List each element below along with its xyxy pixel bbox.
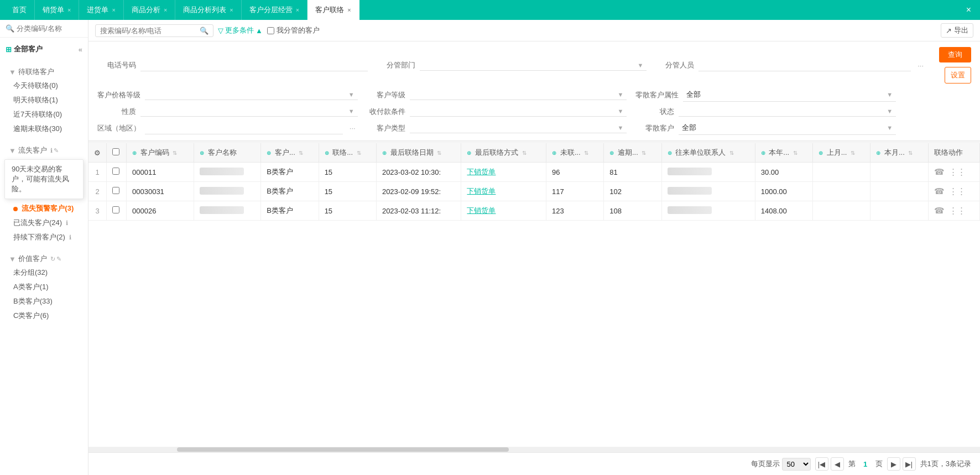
filter-zero-customer-select[interactable]: 全部 ▼ — [679, 121, 896, 135]
col-contact-sort-icon[interactable]: ⊕ — [325, 150, 329, 156]
table-check-all[interactable] — [112, 148, 119, 155]
page-next-btn[interactable]: ▶ — [887, 457, 900, 471]
lost-edit-icon[interactable]: ✎ — [54, 147, 59, 154]
filter-region-input[interactable] — [145, 122, 343, 134]
col-name-sort-icon[interactable]: ⊕ — [200, 150, 204, 156]
tab-sales[interactable]: 销货单 × — [35, 0, 79, 20]
value-edit-icon[interactable]: ✎ — [56, 255, 61, 263]
filter-status-select[interactable]: ▼ — [679, 106, 896, 117]
col-uc-sort-icon[interactable]: ⊕ — [552, 150, 556, 156]
row-1-menu-icon[interactable]: ⋮⋮ — [949, 167, 966, 177]
row-3-menu-icon[interactable]: ⋮⋮ — [949, 206, 966, 216]
horizontal-scrollbar[interactable] — [88, 447, 980, 452]
sidebar-item-already-lost[interactable]: 已流失客户(24) ℹ — [0, 216, 88, 230]
row-3-overdue: 108 — [604, 201, 661, 221]
col-lm-sort-icon[interactable]: ⊕ — [819, 150, 823, 156]
page-prev-btn[interactable]: ◀ — [831, 457, 844, 471]
sidebar-item-class-c[interactable]: C类客户(6) — [0, 309, 88, 323]
filter-dept-select[interactable]: ▼ — [420, 60, 647, 71]
tab-analysis[interactable]: 商品分析 × — [124, 0, 175, 20]
page-size-dropdown[interactable]: 50 100 200 — [782, 458, 811, 471]
col-cy-sort-icon[interactable]: ⊕ — [761, 150, 765, 156]
payment-chevron-icon: ▼ — [617, 108, 623, 114]
col-contact: ⊕ 联络... ⇅ — [319, 143, 376, 163]
filter-region-dots[interactable]: ··· — [347, 124, 358, 132]
sidebar-root-item[interactable]: ⊞ 全部客户 « — [0, 41, 88, 58]
row-2-menu-icon[interactable]: ⋮⋮ — [949, 186, 966, 196]
sidebar-group-pending-title[interactable]: ▼ 待联络客户 — [0, 64, 88, 79]
tab-close-analysis-list[interactable]: × — [230, 7, 233, 13]
col-ucon-sort-icon[interactable]: ⊕ — [668, 150, 672, 156]
sidebar-item-class-a[interactable]: A类客户(1) — [0, 280, 88, 294]
tab-close-customer-seg[interactable]: × — [296, 7, 299, 13]
export-icon: ↗ — [946, 27, 952, 35]
sidebar-item-week[interactable]: 近7天待联络(0) — [0, 107, 88, 122]
col-lcm-sort-icon[interactable]: ⊕ — [467, 150, 471, 156]
tab-purchase[interactable]: 进货单 × — [79, 0, 123, 20]
col-od-sort-icon[interactable]: ⊕ — [609, 150, 614, 156]
data-table-container: ⚙ ⊕ 客户编码 ⇅ ⊕ 客户名称 — [88, 143, 980, 447]
col-lcd-sort-icon[interactable]: ⊕ — [382, 150, 387, 156]
my-customers-check[interactable] — [267, 27, 274, 34]
tab-analysis-list[interactable]: 商品分析列表 × — [175, 0, 241, 20]
tab-close-sales[interactable]: × — [67, 7, 71, 13]
col-type-chevron: ⇅ — [299, 150, 303, 156]
row-2-overdue: 102 — [604, 182, 661, 201]
col-type: ⊕ 客户... ⇅ — [261, 143, 319, 163]
tab-close-analysis[interactable]: × — [164, 7, 167, 13]
tab-customer-contact[interactable]: 客户联络 × — [307, 0, 359, 20]
tab-home[interactable]: 首页 — [4, 0, 35, 20]
filter-status-field: 状态 ▼ — [635, 106, 896, 117]
row-3-phone-icon[interactable]: ☎ — [934, 206, 945, 216]
sidebar-collapse-icon[interactable]: « — [79, 45, 82, 54]
toolbar-search-button[interactable]: 🔍 — [200, 27, 208, 35]
sidebar-item-today[interactable]: 今天待联络(0) — [0, 79, 88, 93]
page-first-btn[interactable]: |◀ — [815, 457, 828, 471]
sidebar-search-input[interactable] — [17, 24, 82, 33]
window-close-button[interactable]: × — [962, 5, 976, 15]
filter-phone-input[interactable] — [140, 59, 368, 71]
row-3-num: 3 — [88, 201, 107, 221]
filter-person-input[interactable] — [698, 59, 911, 71]
filter-person-dots[interactable]: ··· — [915, 61, 926, 70]
query-button[interactable]: 查询 — [939, 47, 971, 62]
col-code-sort-icon[interactable]: ⊕ — [132, 150, 137, 156]
settings-button[interactable]: 设置 — [945, 67, 971, 83]
sidebar-item-retain[interactable]: 持续下滑客户(2) ℹ — [0, 230, 88, 244]
tab-close-purchase[interactable]: × — [112, 7, 115, 13]
page-last-btn[interactable]: ▶| — [903, 457, 916, 471]
value-refresh-icon[interactable]: ↻ — [50, 255, 55, 263]
filter-gender-select[interactable]: ▼ — [140, 106, 358, 117]
filter-customer-type-select[interactable]: ▼ — [410, 123, 627, 133]
row-1-phone-icon[interactable]: ☎ — [934, 167, 945, 177]
tab-customer-seg[interactable]: 客户分层经营 × — [242, 0, 307, 20]
sidebar-item-tomorrow[interactable]: 明天待联络(1) — [0, 93, 88, 107]
horizontal-scrollbar-thumb[interactable] — [177, 447, 509, 452]
toolbar-search-input[interactable] — [100, 27, 200, 35]
row-2-action: ☎ ⋮⋮ — [928, 182, 979, 201]
toolbar-filter-button[interactable]: ▽ 更多条件 ▲ — [218, 25, 263, 35]
filter-customer-level-select[interactable]: ▼ — [410, 90, 627, 100]
filter-gender-field: 性质 ▼ — [97, 106, 358, 117]
sidebar-item-unclassified[interactable]: 未分组(32) — [0, 265, 88, 280]
sidebar-item-class-b[interactable]: B类客户(33) — [0, 294, 88, 309]
row-2-phone-icon[interactable]: ☎ — [934, 186, 945, 196]
filter-payment-select[interactable]: ▼ — [410, 106, 627, 117]
row-3-checkbox[interactable] — [112, 206, 119, 213]
col-type-sort-icon[interactable]: ⊕ — [267, 150, 271, 156]
filter-price-level-select[interactable]: ▼ — [145, 90, 358, 100]
filter-zero-attr-select[interactable]: 全部 ▼ — [683, 88, 896, 102]
sidebar-group-lost-title[interactable]: ▼ 流失客户 ℹ ✎ — [0, 143, 88, 157]
table-gear-header[interactable]: ⚙ — [88, 143, 107, 163]
col-cm-sort-icon[interactable]: ⊕ — [876, 150, 880, 156]
sidebar-item-overdue[interactable]: 逾期未联络(30) — [0, 122, 88, 136]
row-2-checkbox[interactable] — [112, 187, 119, 194]
sidebar-group-value-title[interactable]: ▼ 价值客户 ↻ ✎ — [0, 251, 88, 265]
sidebar-item-lost-predict[interactable]: 流失预警客户(3) — [0, 201, 88, 216]
filter-icon: ▽ — [218, 27, 223, 35]
tab-close-customer-contact[interactable]: × — [347, 7, 351, 13]
row-3-lcm: 下销货单 — [461, 201, 546, 221]
export-button[interactable]: ↗ 导出 — [941, 23, 973, 38]
lost-info-icon[interactable]: ℹ — [50, 147, 53, 154]
row-1-checkbox[interactable] — [112, 168, 119, 175]
